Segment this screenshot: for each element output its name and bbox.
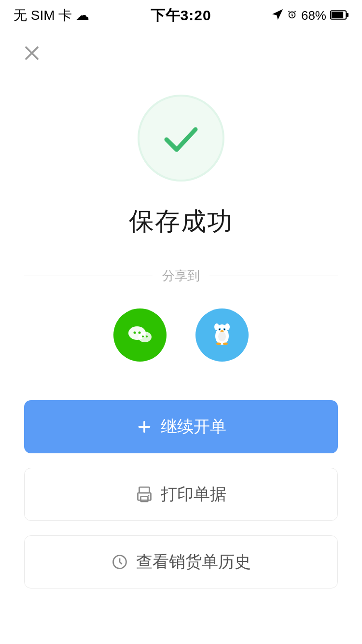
alarm-icon — [287, 8, 297, 23]
continue-button[interactable]: 继续开单 — [24, 400, 338, 453]
success-title: 保存成功 — [129, 205, 233, 238]
qq-icon — [207, 320, 237, 350]
qq-share-button[interactable] — [195, 308, 249, 362]
print-label: 打印单据 — [161, 483, 226, 505]
svg-point-12 — [146, 336, 148, 337]
history-icon — [111, 553, 128, 571]
success-icon-circle — [138, 95, 224, 182]
history-label: 查看销货单历史 — [136, 551, 251, 573]
svg-point-9 — [134, 332, 136, 334]
status-right: 68% — [272, 8, 348, 23]
sim-status: 无 SIM 卡 ☁ — [14, 6, 89, 25]
status-time: 下午3:20 — [151, 6, 211, 26]
svg-point-17 — [219, 329, 220, 330]
svg-point-23 — [214, 323, 219, 330]
svg-rect-29 — [141, 497, 148, 502]
share-divider: 分享到 — [24, 267, 338, 284]
svg-point-30 — [148, 495, 150, 497]
history-button[interactable]: 查看销货单历史 — [24, 535, 338, 588]
battery-icon — [330, 8, 348, 23]
svg-rect-27 — [139, 487, 150, 493]
share-icons-row — [113, 308, 249, 362]
plus-icon — [136, 418, 153, 435]
main-content: 保存成功 分享到 — [0, 66, 362, 644]
svg-rect-3 — [347, 13, 348, 16]
share-label: 分享到 — [162, 267, 200, 284]
continue-label: 继续开单 — [161, 416, 226, 438]
svg-point-20 — [218, 332, 226, 341]
status-left: 无 SIM 卡 ☁ — [14, 6, 89, 25]
svg-rect-4 — [332, 12, 343, 18]
svg-point-10 — [139, 332, 141, 334]
divider-right — [209, 276, 338, 276]
close-button[interactable] — [19, 41, 44, 66]
svg-point-11 — [142, 336, 144, 337]
wechat-icon — [125, 320, 155, 350]
svg-point-24 — [225, 323, 230, 330]
print-button[interactable]: 打印单据 — [24, 468, 338, 521]
location-icon — [272, 8, 283, 23]
status-bar: 无 SIM 卡 ☁ 下午3:20 68% — [0, 0, 362, 31]
svg-point-18 — [224, 329, 225, 330]
svg-marker-0 — [274, 10, 282, 18]
wechat-share-button[interactable] — [113, 308, 167, 362]
svg-point-21 — [216, 343, 221, 345]
battery-text: 68% — [301, 8, 326, 23]
svg-point-22 — [223, 343, 228, 345]
printer-icon — [136, 486, 153, 503]
divider-left — [24, 276, 153, 276]
